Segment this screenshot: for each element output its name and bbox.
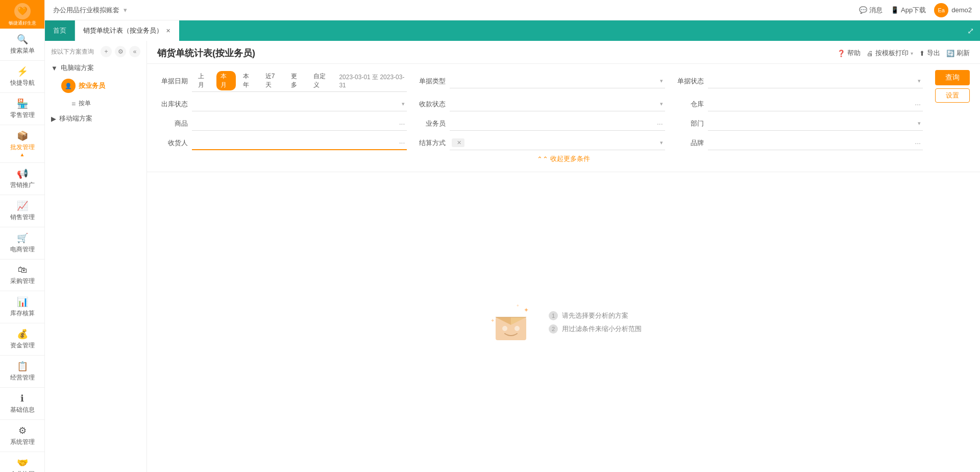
date-btn-7days[interactable]: 近7天 (261, 71, 284, 90)
sidebar-item-inventory-label: 库存核算 (10, 309, 35, 318)
add-scheme-btn[interactable]: + (101, 46, 112, 57)
tree-child-salesperson-label: 按业务员 (79, 81, 105, 90)
sidebar-item-purchase[interactable]: 🛍 采购管理 (0, 259, 44, 291)
user-area[interactable]: Ea demo2 (934, 3, 972, 17)
collapse-scheme-btn[interactable]: « (129, 46, 140, 57)
empty-svg: ✦ ✦ ✦ (485, 297, 536, 348)
filter-date-cell: 单据日期 上月 本月 本年 近7天 更多 自定义 (157, 70, 407, 92)
sidebar-item-finance-label: 资金管理 (10, 341, 35, 350)
tree-node-mobile: ▶ 移动端方案 (45, 111, 146, 126)
date-btn-custom[interactable]: 自定义 (309, 71, 334, 90)
settings-scheme-btn[interactable]: ⚙ (115, 46, 126, 57)
warehouse-dots: ··· (915, 100, 921, 108)
export-btn[interactable]: ⬆ 导出 (919, 49, 940, 58)
app-download-btn[interactable]: 📱 App下载 (891, 6, 926, 15)
active-salesperson-dot: 👤 (61, 79, 76, 93)
department-control[interactable]: ▾ (708, 116, 923, 131)
filter-doc-status-cell: 单据状态 ▾ (673, 74, 923, 88)
sidebar-item-finance[interactable]: 💰 资金管理 (0, 323, 44, 356)
settlement-tag: ✕ (452, 138, 464, 147)
sidebar-item-system[interactable]: ⚙ 系统管理 (0, 420, 44, 452)
breadcrumb-arrow[interactable]: ▾ (124, 6, 127, 14)
left-panel-title: 按以下方案查询 (51, 48, 94, 56)
page-title: 销货单统计表(按业务员) (157, 47, 255, 59)
chevron-up-icon: ⌃⌃ (537, 155, 548, 163)
recipient-control[interactable]: ··· (192, 136, 407, 150)
tree-parent-desktop[interactable]: ▼ 电脑端方案 (45, 60, 146, 76)
enterprise-icon: 🤝 (17, 457, 28, 468)
empty-line-2: 2 用过滤条件来缩小分析范围 (549, 324, 642, 334)
sidebar-item-marketing[interactable]: 📢 营销推广 (0, 163, 44, 195)
content: 按以下方案查询 + ⚙ « ▼ 电脑端方案 👤 按业务员 (45, 41, 980, 472)
filter-area: 单据日期 上月 本月 本年 近7天 更多 自定义 (147, 64, 980, 172)
tree-sub-child-by-order[interactable]: ≡ 按单 (45, 96, 146, 111)
sidebar-item-retail-label: 零售管理 (10, 111, 35, 120)
sidebar-item-shortcut[interactable]: ⚡ 快捷导航 (0, 61, 44, 93)
sidebar-item-wholesale[interactable]: 📦 批发管理 ▲ (0, 125, 44, 163)
payment-arrow: ▾ (660, 101, 663, 107)
date-btn-this-month[interactable]: 本月 (216, 71, 236, 90)
goods-control[interactable]: ··· (192, 116, 407, 131)
help-btn[interactable]: ❓ 帮助 (837, 49, 861, 58)
query-btn[interactable]: 查询 (935, 70, 970, 85)
empty-text-1: 请先选择要分析的方案 (562, 311, 628, 320)
filter-salesperson-cell: 业务员 ··· (415, 116, 665, 131)
page-header: 销货单统计表(按业务员) ❓ 帮助 🖨 按模板打印 ▾ ⬆ 导出 (147, 41, 980, 64)
left-panel: 按以下方案查询 + ⚙ « ▼ 电脑端方案 👤 按业务员 (45, 41, 147, 472)
sidebar-item-basic-label: 基础信息 (10, 406, 35, 414)
tree-node-desktop: ▼ 电脑端方案 👤 按业务员 ≡ 按单 (45, 60, 146, 111)
collapse-btn[interactable]: ⌃⌃ 收起更多条件 (157, 152, 970, 166)
sidebar-item-sales[interactable]: 📈 销售管理 (0, 195, 44, 227)
order-icon: ≡ (71, 100, 76, 108)
outbound-control[interactable]: ▾ (192, 97, 407, 111)
tree-arrow-mobile: ▶ (51, 115, 56, 123)
salesperson-label: 业务员 (415, 119, 446, 128)
settlement-tag-close[interactable]: ✕ (457, 139, 461, 146)
recipient-dots: ··· (399, 138, 405, 147)
sidebar-item-basic[interactable]: ℹ 基础信息 (0, 388, 44, 420)
query-btn-area: 查询 设置 (927, 70, 970, 103)
doc-status-control[interactable]: ▾ (708, 74, 923, 88)
filter-payment-cell: 收款状态 ▾ (415, 97, 665, 111)
warehouse-label: 仓库 (673, 100, 704, 109)
settings-btn[interactable]: 设置 (935, 88, 970, 103)
doc-type-control[interactable]: ▾ (450, 74, 665, 88)
sidebar-item-operations[interactable]: 📋 经营管理 (0, 356, 44, 388)
tab-expand-btn[interactable]: ⤢ (967, 26, 974, 36)
page-actions: ❓ 帮助 🖨 按模板打印 ▾ ⬆ 导出 🔄 刷新 (837, 49, 970, 58)
refresh-btn[interactable]: 🔄 刷新 (946, 49, 970, 58)
ecommerce-icon: 🛒 (17, 232, 28, 244)
payment-control[interactable]: ▾ (450, 97, 665, 111)
sidebar-item-retail[interactable]: 🏪 零售管理 (0, 93, 44, 125)
salesperson-control[interactable]: ··· (450, 116, 665, 131)
tab-home[interactable]: 首页 (45, 20, 75, 41)
settlement-arrow: ▾ (660, 139, 663, 146)
phone-icon: 📱 (891, 6, 899, 14)
inventory-icon: 📊 (17, 296, 28, 308)
filter-doc-type-cell: 单据类型 ▾ (415, 74, 665, 88)
message-btn[interactable]: 💬 消息 (859, 6, 883, 15)
sales-icon: 📈 (17, 200, 28, 211)
settlement-control[interactable]: ✕ ▾ (450, 136, 665, 150)
sidebar-item-wholesale-label: 批发管理 (10, 143, 35, 152)
tree-parent-mobile[interactable]: ▶ 移动端方案 (45, 111, 146, 126)
tab-close-icon[interactable]: ✕ (166, 28, 170, 34)
date-btn-more[interactable]: 更多 (287, 71, 306, 90)
date-btn-this-year[interactable]: 本年 (239, 71, 258, 90)
sidebar-item-shortcut-label: 快捷导航 (10, 79, 35, 87)
date-filter-control[interactable]: 上月 本月 本年 近7天 更多 自定义 2023-03-01 至 2023-03… (192, 70, 407, 92)
sidebar-item-ecommerce[interactable]: 🛒 电商管理 (0, 227, 44, 259)
warehouse-control[interactable]: ··· (708, 97, 923, 111)
tree-child-by-salesperson[interactable]: 👤 按业务员 (45, 76, 146, 96)
print-icon: 🖨 (867, 50, 873, 57)
tab-sales-report[interactable]: 销货单统计表（按业务员） ✕ (75, 20, 179, 41)
main-container: 办公用品行业模拟账套 ▾ 💬 消息 📱 App下载 Ea demo2 首页 (45, 0, 980, 472)
template-print-btn[interactable]: 🖨 按模板打印 ▾ (867, 49, 913, 58)
sidebar-item-enterprise[interactable]: 🤝 企业协同 (0, 452, 44, 472)
tab-sales-report-label: 销货单统计表（按业务员） (83, 26, 163, 35)
sidebar-item-search[interactable]: 🔍 搜索菜单 (0, 29, 44, 61)
svg-point-5 (514, 326, 520, 331)
sidebar-item-inventory[interactable]: 📊 库存核算 (0, 291, 44, 323)
date-btn-last-month[interactable]: 上月 (194, 71, 213, 90)
brand-control[interactable]: ··· (708, 136, 923, 150)
